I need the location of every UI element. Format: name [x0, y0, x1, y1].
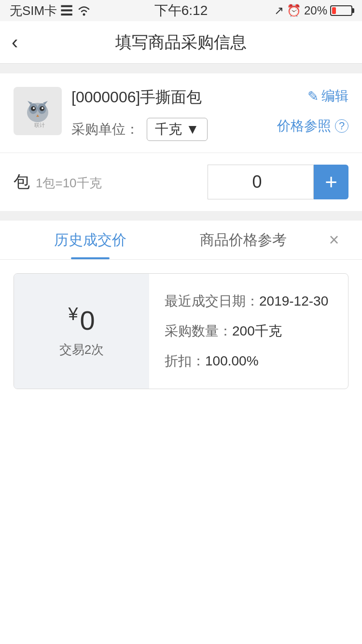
product-right: ✎ 编辑 价格参照 ? [277, 87, 348, 135]
status-right: ↗ ⏰ 20% [274, 4, 352, 17]
tab-reference[interactable]: 商品价格参考 [167, 221, 320, 259]
price-card-area: ¥0 交易2次 最近成交日期：2019-12-30 采购数量：200千克 折扣：… [0, 260, 362, 403]
price-card-left: ¥0 交易2次 [14, 274, 149, 389]
dropdown-arrow-icon: ▼ [186, 122, 199, 137]
price-display: ¥0 [68, 304, 95, 336]
wifi-icon [77, 5, 91, 16]
purchase-unit-row: 采购单位： 千克 ▼ [71, 118, 208, 141]
purchase-qty-label: 采购数量： [165, 323, 232, 338]
battery-percent: 20% [304, 4, 327, 17]
quantity-input[interactable] [208, 165, 314, 199]
quantity-unit: 包 [14, 171, 30, 193]
price-ref-button[interactable]: 价格参照 ? [277, 117, 348, 135]
recent-date-line: 最近成交日期：2019-12-30 [165, 291, 333, 311]
bottom-area [0, 403, 362, 644]
tab-history-label: 历史成交价 [54, 230, 126, 250]
edit-icon: ✎ [307, 88, 319, 104]
back-button[interactable]: ‹ [12, 31, 18, 53]
quantity-label-area: 包 1包=10千克 [14, 171, 102, 193]
product-left: 联计 [0000006]手撕面包 采购单位： 千克 ▼ [14, 87, 208, 141]
page-title: 填写商品采购信息 [115, 31, 247, 54]
tab-area: 历史成交价 商品价格参考 × ¥0 交易2次 最近成交日期：2019-12-30… [0, 221, 362, 403]
edit-label: 编辑 [321, 87, 348, 105]
unit-select[interactable]: 千克 ▼ [147, 118, 208, 141]
status-left: 无SIM卡 ☰ [10, 2, 91, 19]
currency-symbol: ¥ [68, 304, 78, 324]
purchase-qty-value: 200千克 [232, 323, 282, 338]
price-number: 0 [80, 305, 95, 335]
product-image: 联计 [14, 87, 62, 135]
svg-point-7 [42, 107, 43, 109]
svg-point-6 [33, 107, 35, 109]
svg-point-0 [83, 14, 85, 16]
purchase-qty-line: 采购数量：200千克 [165, 321, 333, 341]
unit-value: 千克 [155, 120, 182, 139]
quantity-control: + [208, 165, 348, 199]
unit-label: 采购单位： [71, 120, 139, 139]
trade-count: 交易2次 [59, 341, 104, 358]
quantity-row: 包 1包=10千克 + [0, 153, 362, 211]
product-name: [0000006]手撕面包 [71, 87, 208, 108]
svg-text:联计: 联计 [34, 122, 45, 128]
price-card: ¥0 交易2次 最近成交日期：2019-12-30 采购数量：200千克 折扣：… [14, 273, 348, 389]
help-icon: ? [335, 119, 348, 133]
discount-line: 折扣：100.00% [165, 351, 333, 371]
tab-history[interactable]: 历史成交价 [14, 221, 167, 259]
product-card: 联计 [0000006]手撕面包 采购单位： 千克 ▼ ✎ 编辑 [0, 73, 362, 153]
quantity-plus-button[interactable]: + [314, 165, 348, 199]
discount-value: 100.00% [205, 353, 259, 368]
carrier-text: 无SIM卡 ☰ [10, 2, 73, 19]
status-bar: 无SIM卡 ☰ 下午6:12 ↗ ⏰ 20% [0, 0, 362, 21]
product-header: 联计 [0000006]手撕面包 采购单位： 千克 ▼ ✎ 编辑 [14, 87, 348, 141]
tab-reference-label: 商品价格参考 [200, 230, 287, 250]
quantity-conversion: 1包=10千克 [36, 175, 102, 192]
tab-header: 历史成交价 商品价格参考 × [0, 221, 362, 260]
discount-label: 折扣： [165, 353, 205, 368]
battery-icon [330, 5, 352, 16]
location-icon: ↗ [274, 4, 284, 17]
nav-bar: ‹ 填写商品采购信息 [0, 21, 362, 64]
recent-date-label: 最近成交日期： [165, 294, 259, 308]
product-info: [0000006]手撕面包 采购单位： 千克 ▼ [71, 87, 208, 141]
price-ref-label: 价格参照 [277, 117, 331, 135]
tab-close-button[interactable]: × [320, 225, 348, 254]
edit-button[interactable]: ✎ 编辑 [307, 87, 348, 105]
status-time: 下午6:12 [154, 1, 208, 20]
close-icon: × [329, 230, 339, 250]
recent-date-value: 2019-12-30 [259, 294, 328, 308]
product-logo: 联计 [21, 94, 55, 128]
alarm-icon: ⏰ [287, 4, 301, 17]
price-card-right: 最近成交日期：2019-12-30 采购数量：200千克 折扣：100.00% [149, 274, 348, 389]
